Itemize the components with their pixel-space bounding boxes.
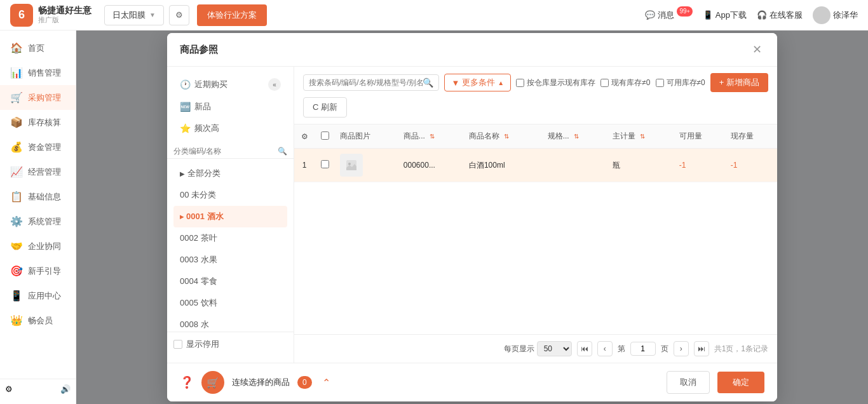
filter-available-label[interactable]: 可用库存≠0	[656, 77, 705, 88]
row-checkbox[interactable]	[321, 160, 329, 168]
sidebar-label-system: 系统管理	[28, 216, 61, 227]
sidebar-item-operation[interactable]: 📈 经营管理	[0, 159, 76, 184]
cart-button[interactable]: 🛒	[201, 371, 224, 394]
category-0004-label: 0004 零食	[180, 276, 217, 287]
row-checkbox-cell	[315, 149, 335, 182]
sidebar-item-guide[interactable]: 🎯 新手引导	[0, 259, 76, 283]
product-search-input[interactable]	[309, 78, 423, 87]
filter-warehouse-label[interactable]: 按仓库显示现有库存	[516, 77, 595, 88]
table-wrap: ⚙ 商品图片 商品... ⇅	[294, 125, 777, 334]
category-0002-label: 0002 茶叶	[180, 232, 217, 244]
filter-available-checkbox[interactable]	[656, 79, 664, 87]
sort-unit-icon[interactable]: ⇅	[640, 133, 645, 140]
category-search-input[interactable]	[173, 147, 278, 156]
first-page-button[interactable]: ⏮	[577, 341, 592, 356]
modal-header: 商品参照 ✕	[167, 33, 777, 67]
page-number-input[interactable]	[630, 342, 656, 356]
sidebar-item-purchase[interactable]: 🛒 采购管理	[0, 85, 76, 110]
app-download-button[interactable]: 📱 App下载	[703, 10, 747, 21]
sidebar-label-cooperation: 企业协同	[28, 241, 61, 252]
left-search: 🔍	[167, 144, 294, 159]
filter-stock-checkbox[interactable]	[600, 79, 609, 87]
category-item-0005[interactable]: 0005 饮料	[173, 292, 287, 314]
sidebar-item-home[interactable]: 🏠 首页	[0, 36, 76, 60]
filter-warehouse-checkbox[interactable]	[516, 79, 524, 87]
add-product-button[interactable]: + 新增商品	[710, 73, 768, 92]
sidebar-item-inventory[interactable]: 📦 库存核算	[0, 110, 76, 135]
table-row[interactable]: 1	[294, 149, 777, 182]
nav-dropdown[interactable]: 日太阳膜 ▼	[104, 5, 164, 25]
active-triangle-icon: ▶	[180, 214, 184, 220]
col-code: 商品... ⇅	[398, 125, 464, 149]
category-search-icon[interactable]: 🔍	[278, 147, 287, 156]
product-search-icon[interactable]: 🔍	[423, 77, 433, 88]
app-label: App下载	[715, 10, 747, 21]
refresh-button[interactable]: C 刷新	[303, 97, 347, 118]
settings-bottom-icon[interactable]: ⚙	[5, 384, 13, 394]
sort-spec-icon[interactable]: ⇅	[574, 133, 579, 140]
user-menu[interactable]: 徐泽华	[813, 6, 858, 24]
prev-page-button[interactable]: ‹	[597, 341, 613, 356]
sort-name-icon[interactable]: ⇅	[504, 133, 509, 140]
sidebar-item-finance[interactable]: 💰 资金管理	[0, 135, 76, 159]
volume-icon[interactable]: 🔊	[60, 384, 71, 394]
row-stock: -1	[726, 149, 777, 182]
clock-icon: 🕐	[180, 79, 191, 90]
per-page-dropdown[interactable]: 50 10 20 100	[537, 341, 572, 356]
page-label: 第	[618, 344, 625, 354]
left-nav-frequent[interactable]: ⭐ 频次高	[173, 118, 287, 139]
operation-icon: 📈	[10, 166, 23, 178]
headset-icon: 🎧	[757, 10, 767, 20]
customer-service-button[interactable]: 🎧 在线客服	[757, 10, 803, 21]
category-item-0003[interactable]: 0003 水果	[173, 249, 287, 271]
category-item-all[interactable]: ▶ 全部分类	[173, 163, 287, 184]
left-bottom: 显示停用	[167, 332, 294, 356]
select-all-checkbox[interactable]	[321, 131, 329, 140]
modal-close-button[interactable]: ✕	[749, 42, 764, 57]
category-0008-label: 0008 水	[180, 319, 209, 330]
category-all-label: 全部分类	[187, 168, 220, 179]
left-nav-new[interactable]: 🆕 新品	[173, 96, 287, 118]
sidebar-item-sales[interactable]: 📊 销售管理	[0, 60, 76, 85]
product-thumbnail	[340, 154, 363, 177]
right-panel: 🔍 ▼ 更多条件 ▲ 按仓库显示现有库存	[294, 67, 777, 363]
col-code-label: 商品...	[403, 131, 425, 140]
sidebar-item-member[interactable]: 👑 畅会员	[0, 308, 76, 333]
sidebar-item-cooperation[interactable]: 🤝 企业协同	[0, 234, 76, 259]
col-unit: 主计量 ⇅	[607, 125, 674, 149]
star-icon: ⭐	[180, 123, 191, 133]
apps-icon: 📱	[10, 290, 23, 302]
filter-warehouse-text: 按仓库显示现有库存	[527, 77, 595, 88]
help-icon[interactable]: ❓	[180, 375, 194, 389]
cancel-button[interactable]: 取消	[667, 371, 710, 394]
more-filter-button[interactable]: ▼ 更多条件 ▲	[444, 74, 511, 91]
filter-bar: 🔍 ▼ 更多条件 ▲ 按仓库显示现有库存	[294, 67, 777, 125]
show-disabled-checkbox[interactable]	[173, 340, 182, 349]
collapse-button[interactable]: «	[268, 78, 281, 91]
filter-stock-label[interactable]: 现有库存≠0	[600, 77, 650, 88]
frequent-label: 频次高	[194, 123, 219, 134]
last-page-button[interactable]: ⏭	[694, 341, 709, 356]
category-item-0004[interactable]: 0004 零食	[173, 271, 287, 292]
show-disabled-label[interactable]: 显示停用	[173, 339, 287, 350]
category-item-0002[interactable]: 0002 茶叶	[173, 227, 287, 249]
system-icon: ⚙️	[10, 215, 23, 227]
col-name-label: 商品名称	[469, 131, 499, 140]
sidebar-item-base[interactable]: 📋 基础信息	[0, 184, 76, 209]
collapse-footer-icon[interactable]: ⌃	[322, 377, 330, 389]
settings-button[interactable]: ⚙	[169, 5, 189, 25]
confirm-button[interactable]: 确定	[717, 372, 764, 393]
image-icon	[345, 159, 358, 172]
sort-code-icon[interactable]: ⇅	[430, 133, 435, 140]
next-page-button[interactable]: ›	[674, 341, 689, 356]
category-item-0008[interactable]: 0008 水	[173, 314, 287, 332]
sidebar-item-apps[interactable]: 📱 应用中心	[0, 283, 76, 308]
selected-count-badge: 0	[297, 376, 312, 389]
left-nav-recent[interactable]: 🕐 近期购买 «	[173, 73, 287, 96]
filter-icon: ▼	[451, 78, 459, 88]
try-button[interactable]: 体验行业方案	[197, 4, 267, 26]
messages-button[interactable]: 💬 消息 99	[645, 10, 692, 21]
category-item-0001[interactable]: ▶ 0001 酒水	[173, 206, 287, 227]
category-item-00[interactable]: 00 未分类	[173, 184, 287, 206]
sidebar-item-system[interactable]: ⚙️ 系统管理	[0, 209, 76, 234]
